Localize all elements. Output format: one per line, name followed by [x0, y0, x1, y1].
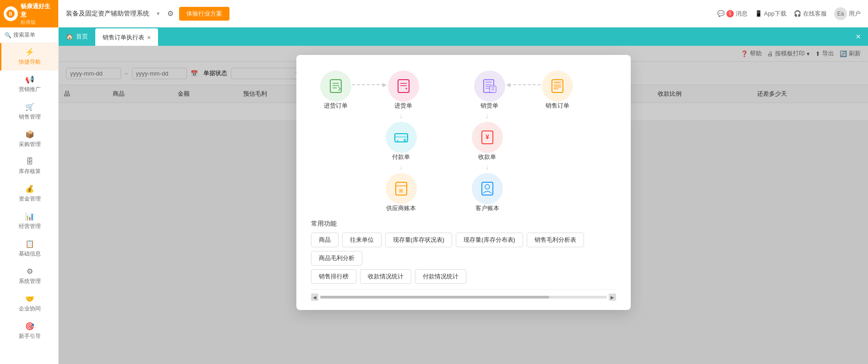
top-bar-right: 💬 5 消息 📱 App下载 🎧 在线客服 Ea 用户 — [717, 7, 861, 20]
flow-item-sales-order: 销售订单 — [542, 71, 573, 110]
service-icon: 🎧 — [794, 10, 801, 17]
func-btn-stock-dist[interactable]: 现存量(库存分布表) — [456, 233, 523, 247]
sidebar-item-inventory[interactable]: 🗄 库存核算 — [0, 153, 58, 180]
app-download-label: App下载 — [764, 10, 786, 18]
sidebar-item-quick-nav[interactable]: ⚡ 快捷导航 — [0, 43, 58, 71]
logo-icon: B — [4, 6, 18, 21]
tab-home-label: 首页 — [76, 33, 88, 41]
scrollbar-right-btn[interactable]: ▶ — [609, 293, 616, 301]
flow-item-receipt: ¥ 收款单 — [472, 122, 503, 161]
scrollbar-track[interactable] — [320, 296, 607, 299]
purchase-bill-icon[interactable] — [388, 71, 419, 102]
message-btn[interactable]: 💬 5 消息 — [717, 10, 748, 18]
connector-1: ▶ — [351, 71, 388, 88]
flow-down-arrows-row2: ↓ ↓ — [311, 163, 616, 171]
sales-order-icon[interactable] — [542, 71, 573, 102]
sidebar-item-label: 新手引导 — [19, 332, 41, 340]
experience-btn[interactable]: 体验行业方案 — [179, 7, 229, 21]
sidebar-item-purchase[interactable]: 📦 采购管理 — [0, 125, 58, 153]
sidebar-item-basic[interactable]: 📋 基础信息 — [0, 235, 58, 262]
receipt-label: 收款单 — [478, 153, 496, 161]
sales-bill-icon[interactable] — [474, 71, 505, 102]
payment-label: 付款单 — [392, 153, 410, 161]
settings-icon[interactable]: ⚙ — [167, 9, 174, 18]
func-btn-counterpart[interactable]: 往来单位 — [342, 233, 382, 247]
sidebar-logo: B 畅康通好生意 标准版 — [0, 0, 58, 27]
sidebar-item-label: 快捷导航 — [19, 58, 41, 66]
quick-nav-icon: ⚡ — [25, 48, 34, 56]
sidebar-item-corp[interactable]: 🤝 企业协同 — [0, 290, 58, 317]
online-service-btn[interactable]: 🎧 在线客服 — [794, 10, 827, 18]
sidebar-item-sales[interactable]: 🛒 销售管理 — [0, 98, 58, 125]
flow-area: 进货订单 ▶ 进 — [311, 66, 616, 212]
tab-sales-order[interactable]: 销售订单执行表 × — [95, 28, 158, 47]
customer-ledger-label: 客户账本 — [475, 204, 499, 212]
connector-2: ◀ — [505, 71, 542, 88]
search-label: 搜索菜单 — [13, 31, 35, 39]
tab-sales-order-label: 销售订单执行表 — [103, 33, 144, 42]
purchase-bill-label: 进货单 — [394, 102, 412, 110]
home-icon: 🏠 — [66, 33, 73, 40]
operation-icon: 📊 — [25, 212, 34, 221]
user-menu[interactable]: Ea 用户 — [834, 7, 861, 20]
tab-bar-close-btn[interactable]: × — [848, 32, 868, 42]
newbie-icon: 🎯 — [25, 322, 34, 331]
svg-rect-10 — [486, 81, 492, 83]
sidebar-item-marketing[interactable]: 📢 营销推广 — [0, 71, 58, 98]
svg-rect-14 — [490, 86, 496, 92]
app-download-btn[interactable]: 📱 App下载 — [755, 10, 786, 18]
sidebar-item-label: 系统管理 — [19, 277, 41, 285]
modal-overlay: 进货订单 ▶ 进 — [59, 46, 868, 364]
flow-item-purchase-order: 进货订单 — [320, 71, 351, 110]
quick-nav-modal: 进货订单 ▶ 进 — [296, 55, 631, 310]
customer-ledger-icon[interactable] — [472, 173, 503, 204]
sidebar-item-label: 经营管理 — [19, 223, 41, 230]
supplier-ledger-icon[interactable]: 账 — [386, 173, 417, 204]
svg-text:账: 账 — [399, 188, 404, 193]
purchase-icon: 📦 — [25, 130, 34, 139]
sidebar-item-system[interactable]: ⚙ 系统管理 — [0, 262, 58, 290]
download-icon: 📱 — [755, 10, 762, 17]
func-btn-sales-rank[interactable]: 销售排行榜 — [311, 269, 356, 284]
service-label: 在线客服 — [803, 10, 827, 18]
sidebar-search[interactable]: 🔍 搜索菜单 — [0, 27, 58, 43]
flow-top-row: 进货订单 ▶ 进 — [311, 71, 616, 110]
inventory-icon: 🗄 — [26, 158, 33, 166]
logo-text: 畅康通好生意 标准版 — [21, 2, 55, 26]
avatar-text: Ea — [837, 11, 844, 17]
tab-home[interactable]: 🏠 首页 — [59, 27, 95, 46]
system-icon: ⚙ — [27, 267, 33, 276]
func-btn-product-profit[interactable]: 商品毛利分析 — [311, 251, 362, 266]
flow-item-supplier-ledger: 账 供应商账本 — [386, 173, 417, 212]
avatar: Ea — [834, 7, 847, 20]
func-btn-stock-status[interactable]: 现存量(库存状况表) — [385, 233, 453, 247]
finance-icon: 💰 — [25, 185, 34, 193]
message-label: 消息 — [736, 10, 748, 18]
sidebar-item-label: 采购管理 — [19, 141, 41, 148]
tab-close-icon[interactable]: × — [147, 34, 151, 41]
sidebar-item-label: 资金管理 — [19, 195, 41, 203]
basic-icon: 📋 — [25, 239, 34, 248]
message-icon: 💬 — [717, 10, 725, 17]
payment-icon[interactable]: ¥ — [386, 122, 417, 153]
scrollbar-left-btn[interactable]: ◀ — [311, 293, 318, 301]
flow-item-sales-bill: 销货单 — [474, 71, 505, 110]
func-btn-receipt-stats[interactable]: 收款情况统计 — [360, 269, 411, 284]
sidebar-item-operation[interactable]: 📊 经营管理 — [0, 207, 58, 235]
top-bar: 装备及固定资产辅助管理系统 ▾ ⚙ 体验行业方案 💬 5 消息 📱 App下载 … — [59, 0, 868, 27]
flow-middle-row: ¥ 付款单 ¥ 收款单 — [311, 122, 616, 161]
sidebar-item-finance[interactable]: 💰 资金管理 — [0, 180, 58, 207]
flow-item-customer-ledger: 客户账本 — [472, 173, 503, 212]
func-row-2: 销售排行榜 收款情况统计 付款情况统计 — [311, 269, 616, 284]
purchase-order-icon[interactable] — [320, 71, 351, 102]
func-btn-payment-stats[interactable]: 付款情况统计 — [415, 269, 466, 284]
func-btn-product[interactable]: 商品 — [311, 233, 338, 247]
sidebar: B 畅康通好生意 标准版 🔍 搜索菜单 ⚡ 快捷导航 📢 营销推广 🛒 销售管理 — [0, 0, 59, 364]
sidebar-item-newbie[interactable]: 🎯 新手引导 — [0, 317, 58, 345]
svg-rect-18 — [554, 81, 561, 83]
sales-icon: 🛒 — [25, 103, 34, 111]
receipt-icon[interactable]: ¥ — [472, 122, 503, 153]
sidebar-item-label: 企业协同 — [19, 305, 41, 313]
user-label: 用户 — [849, 10, 861, 18]
func-btn-sales-profit[interactable]: 销售毛利分析表 — [527, 233, 584, 247]
